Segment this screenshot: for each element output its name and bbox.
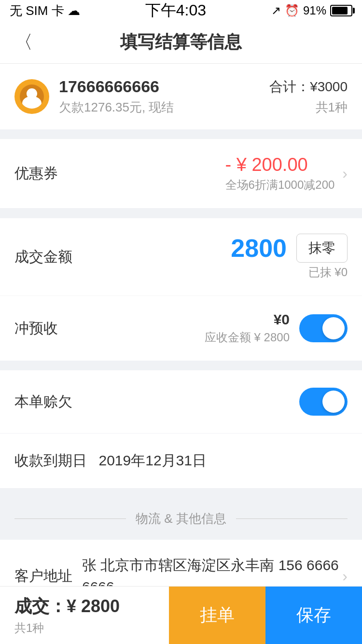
nav-bar: 〈 填写结算等信息 [0, 21, 362, 64]
save-button[interactable]: 保存 [265, 587, 362, 644]
avatar [14, 79, 49, 114]
total-count: 共1种 [269, 99, 348, 116]
customer-debt: 欠款1276.35元, 现结 [59, 99, 174, 116]
avatar-icon [20, 84, 44, 109]
amount-right: 2800 抹零 已抹 ¥0 [231, 234, 348, 280]
toggle-knob [322, 317, 345, 339]
coupon-discount: - ¥ 200.00 [225, 154, 335, 175]
prepay-sub: 应收金额 ¥ 2800 [205, 330, 290, 345]
coupon-row[interactable]: 优惠券 - ¥ 200.00 全场6折满1000减200 › [0, 139, 362, 209]
back-button[interactable]: 〈 [14, 30, 33, 55]
amount-value: 2800 [231, 234, 287, 263]
prepay-right: ¥0 应收金额 ¥ 2800 [205, 311, 348, 345]
divider-line-right [236, 518, 348, 519]
content: 17666666666 欠款1276.35元, 现结 合计：¥3000 共1种 … [0, 64, 362, 644]
customer-right: 合计：¥3000 共1种 [269, 78, 348, 116]
prepay-label: 冲预收 [14, 319, 58, 338]
wipe-button[interactable]: 抹零 [296, 234, 348, 263]
due-date-value: 2019年12月31日 [98, 452, 206, 468]
page-title: 填写结算等信息 [120, 30, 242, 54]
prepay-row: 冲预收 ¥0 应收金额 ¥ 2800 [0, 296, 362, 361]
debt-label: 本单赊欠 [14, 392, 72, 412]
location-icon: ↗ [271, 4, 281, 17]
section-divider-2 [0, 209, 362, 218]
hang-button[interactable]: 挂单 [169, 587, 265, 644]
status-time: 下午4:03 [145, 0, 206, 21]
status-bar: 无 SIM 卡 ☁ 下午4:03 ↗ ⏰ 91% [0, 0, 362, 21]
customer-left: 17666666666 欠款1276.35元, 现结 [14, 77, 174, 116]
battery-icon [330, 5, 352, 16]
debt-row: 本单赊欠 [0, 370, 362, 433]
address-label: 客户地址 [14, 566, 72, 586]
due-date-label: 收款到期日 [14, 452, 87, 468]
section-divider-3 [0, 361, 362, 370]
amount-label: 成交金额 [14, 247, 72, 267]
coupon-label: 优惠券 [14, 164, 58, 183]
address-chevron-icon: › [342, 567, 348, 585]
section-divider-1 [0, 129, 362, 139]
bottom-bar: 成交：¥ 2800 共1种 挂单 保存 [0, 586, 362, 644]
prepay-amount: ¥0 应收金额 ¥ 2800 [205, 311, 290, 345]
total-label: 合计：¥3000 [269, 78, 348, 96]
alarm-icon: ⏰ [285, 4, 299, 17]
deal-value: ¥ 2800 [67, 596, 120, 616]
status-right: ↗ ⏰ 91% [271, 4, 352, 17]
prepay-value: ¥0 [205, 311, 290, 328]
section-divider-4 [0, 488, 362, 498]
coupon-desc: 全场6折满1000减200 [225, 177, 335, 193]
logistics-label: 物流 & 其他信息 [136, 510, 226, 527]
amount-value-row: 2800 抹零 [231, 234, 348, 263]
amount-row: 成交金额 2800 抹零 已抹 ¥0 [0, 218, 362, 296]
bottom-summary: 成交：¥ 2800 共1种 [0, 595, 169, 636]
bottom-count: 共1种 [14, 620, 154, 636]
prepay-toggle[interactable] [299, 314, 348, 342]
divider-line-left [14, 518, 126, 519]
amount-sub: 已抹 ¥0 [231, 265, 348, 280]
coupon-chevron-icon: › [342, 165, 348, 182]
battery-percent: 91% [303, 4, 326, 17]
due-date-row: 收款到期日 2019年12月31日 [0, 433, 362, 488]
amount-section: 成交金额 2800 抹零 已抹 ¥0 冲预收 ¥0 应收金额 ¥ 2800 [0, 218, 362, 361]
debt-toggle-knob [322, 391, 345, 413]
coupon-right: - ¥ 200.00 全场6折满1000减200 › [225, 154, 348, 193]
coupon-info: - ¥ 200.00 全场6折满1000减200 [225, 154, 335, 193]
customer-card: 17666666666 欠款1276.35元, 现结 合计：¥3000 共1种 [0, 64, 362, 129]
deal-prefix: 成交： [14, 596, 67, 616]
sim-label: 无 SIM 卡 ☁ [10, 2, 80, 19]
debt-toggle[interactable] [299, 388, 348, 416]
bottom-deal: 成交：¥ 2800 [14, 595, 154, 618]
logistics-divider: 物流 & 其他信息 [0, 498, 362, 540]
customer-info: 17666666666 欠款1276.35元, 现结 [59, 77, 174, 116]
status-left: 无 SIM 卡 ☁ [10, 2, 80, 19]
customer-phone: 17666666666 [59, 77, 174, 96]
